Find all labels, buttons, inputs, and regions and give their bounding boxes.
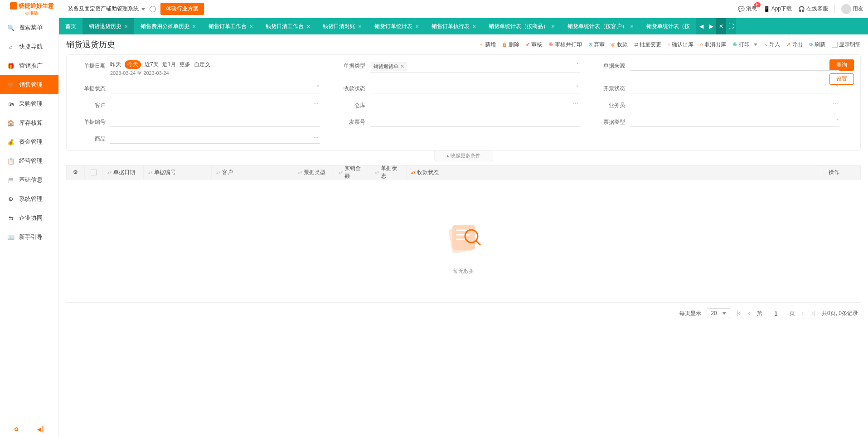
toolbar-export[interactable]: ↗导出 <box>786 41 803 49</box>
chevron-down-icon[interactable]: ˅ <box>836 118 839 125</box>
toolbar-receipt[interactable]: ◎收款 <box>611 41 628 49</box>
tab-stats-product[interactable]: 销货单统计表（按商品）✕ <box>482 18 561 34</box>
pager-first[interactable]: |‹ <box>736 310 742 316</box>
lookup-icon[interactable]: ⋯ <box>573 101 579 107</box>
tab-daily-recon[interactable]: 钱货日清对账✕ <box>316 18 368 34</box>
sidebar-collapse-icon[interactable]: ◀┃ <box>37 426 44 432</box>
chevron-down-icon[interactable]: ˅ <box>576 85 579 91</box>
date-opt-7d[interactable]: 近7天 <box>145 61 159 68</box>
toolbar-add[interactable]: ＋新增 <box>479 41 496 49</box>
doc-status-input[interactable] <box>110 83 320 93</box>
lookup-icon[interactable]: ⋯ <box>313 134 319 141</box>
date-opt-today[interactable]: 今天 <box>125 60 141 69</box>
close-icon[interactable]: ✕ <box>415 24 419 29</box>
toolbar-audit-print[interactable]: 🖶审核并打印 <box>548 41 582 49</box>
sidebar-item-basicinfo[interactable]: ▤基础信息 <box>0 170 58 189</box>
page-size-select[interactable]: 20 <box>707 308 730 318</box>
col-amount[interactable]: ▴▾实销金额 <box>334 165 370 179</box>
col-tickettype[interactable]: ▴▾票据类型 <box>293 165 334 179</box>
table-settings-button[interactable]: ⚙ <box>67 165 85 179</box>
tab-stats-cut[interactable]: 销货单统计表（按 <box>640 18 696 34</box>
tab-return-history[interactable]: 销货退货历史✕ <box>82 18 134 34</box>
invoice-no-input[interactable] <box>370 117 580 127</box>
tab-stats-customer[interactable]: 销货单统计表（按客户）✕ <box>561 18 640 34</box>
close-icon[interactable]: ✕ <box>358 24 362 29</box>
ticket-type-input[interactable] <box>630 117 839 127</box>
tab-expense-history[interactable]: 销售费用分摊单历史✕ <box>134 18 202 34</box>
sidebar-item-quicknav[interactable]: ⌂快捷导航 <box>0 37 58 56</box>
sidebar-item-search[interactable]: 🔍搜索菜单 <box>0 18 58 37</box>
sidebar-item-funds[interactable]: 💰资金管理 <box>0 132 58 151</box>
tab-order-exec[interactable]: 销售订单执行表✕ <box>425 18 482 34</box>
gear-icon[interactable] <box>150 6 156 12</box>
col-status[interactable]: ▴▾单据状态 <box>370 165 407 179</box>
tag-remove-icon[interactable]: ✕ <box>400 63 404 69</box>
tab-home[interactable]: 首页 <box>59 18 82 34</box>
invoice-status-input[interactable] <box>630 83 839 93</box>
toolbar-import[interactable]: ↘导入 <box>764 41 780 49</box>
collapse-filters[interactable]: ▴ 收起更多条件 <box>434 151 493 161</box>
close-icon[interactable]: ✕ <box>249 24 253 29</box>
customer-input[interactable] <box>110 100 320 110</box>
col-date[interactable]: ▴▾单据日期 <box>103 165 144 179</box>
date-opt-custom[interactable]: 自定义 <box>194 61 210 68</box>
toolbar-unaudit[interactable]: ⊘弃审 <box>588 41 605 49</box>
tab-daily-workbench[interactable]: 钱货日清工作台✕ <box>259 18 316 34</box>
toolbar-print[interactable]: 🖶打印 <box>732 41 757 49</box>
sidebar-item-inventory[interactable]: 🏠库存核算 <box>0 113 58 132</box>
pager-next[interactable]: › <box>800 310 805 316</box>
toolbar-cancel-out[interactable]: ⌂取消出库 <box>700 41 726 49</box>
col-receipt[interactable]: ▴▾收款状态 <box>407 165 824 179</box>
show-detail-toggle[interactable]: 显示明细 <box>832 41 861 49</box>
chevron-down-icon[interactable]: ˅ <box>836 62 839 68</box>
tab-close-all[interactable]: ✕ <box>716 18 726 34</box>
sidebar-item-system[interactable]: ⚙系统管理 <box>0 189 58 209</box>
sidebar-item-sales[interactable]: 🛒销售管理 <box>0 75 58 94</box>
close-icon[interactable]: ✕ <box>192 24 196 29</box>
sidebar-settings-icon[interactable]: ✿ <box>14 426 19 432</box>
chevron-down-icon[interactable]: ˅ <box>836 85 839 91</box>
app-download-link[interactable]: 📱App下载 <box>763 5 792 13</box>
pager-last[interactable]: ›| <box>810 310 816 316</box>
close-icon[interactable]: ✕ <box>630 24 634 29</box>
receipt-status-input[interactable] <box>370 83 580 93</box>
toolbar-refresh[interactable]: ⟳刷新 <box>809 41 825 49</box>
tab-scroll-right[interactable]: ▶ <box>706 18 716 34</box>
lookup-icon[interactable]: ⋯ <box>313 101 319 107</box>
sidebar-item-collab[interactable]: ⇆企业协同 <box>0 209 58 228</box>
close-icon[interactable]: ✕ <box>306 24 310 29</box>
online-service-link[interactable]: 🎧在线客服 <box>798 5 828 13</box>
system-selector[interactable]: 装备及固定资产辅助管理系统 <box>68 5 145 13</box>
toolbar-audit[interactable]: ✔审核 <box>526 41 542 49</box>
sidebar-item-guide[interactable]: 📖新手引导 <box>0 228 58 247</box>
salesman-input[interactable] <box>630 100 839 110</box>
sidebar-item-operation[interactable]: 📋经营管理 <box>0 151 58 170</box>
tab-order-workbench[interactable]: 销售订单工作台✕ <box>202 18 259 34</box>
checkbox-icon[interactable] <box>832 42 838 48</box>
close-icon[interactable]: ✕ <box>472 24 476 29</box>
date-opt-yesterday[interactable]: 昨天 <box>110 61 121 68</box>
col-docno[interactable]: ▴▾单据编号 <box>144 165 212 179</box>
chevron-down-icon[interactable]: ˅ <box>316 85 319 91</box>
tab-fullscreen[interactable]: ⛶ <box>726 18 736 34</box>
select-all-checkbox[interactable] <box>85 165 103 179</box>
toolbar-confirm-out[interactable]: ⌂确认出库 <box>668 41 694 49</box>
warehouse-input[interactable] <box>370 100 580 110</box>
product-input[interactable] <box>110 133 320 144</box>
user-menu[interactable]: 用友 <box>841 4 863 14</box>
col-customer[interactable]: ▴▾客户 <box>212 165 293 179</box>
tab-order-stats[interactable]: 销货订单统计表✕ <box>368 18 425 34</box>
close-icon[interactable]: ✕ <box>124 24 128 29</box>
messages-link[interactable]: 💬消息 6 <box>738 5 757 13</box>
doc-source-input[interactable] <box>630 60 839 71</box>
sidebar-item-marketing[interactable]: 🎁营销推广 <box>0 56 58 75</box>
sidebar-item-purchase[interactable]: 🛍采购管理 <box>0 94 58 113</box>
doc-type-input[interactable]: 销货退货单✕ <box>370 60 580 73</box>
page-input[interactable] <box>768 309 784 318</box>
tab-scroll-left[interactable]: ◀ <box>696 18 706 34</box>
chevron-down-icon[interactable]: ˅ <box>576 62 579 68</box>
lookup-icon[interactable]: ⋯ <box>833 101 839 107</box>
doc-no-input[interactable] <box>110 117 320 127</box>
pager-prev[interactable]: ‹ <box>747 310 752 316</box>
trial-button[interactable]: 体验行业方案 <box>160 3 204 15</box>
